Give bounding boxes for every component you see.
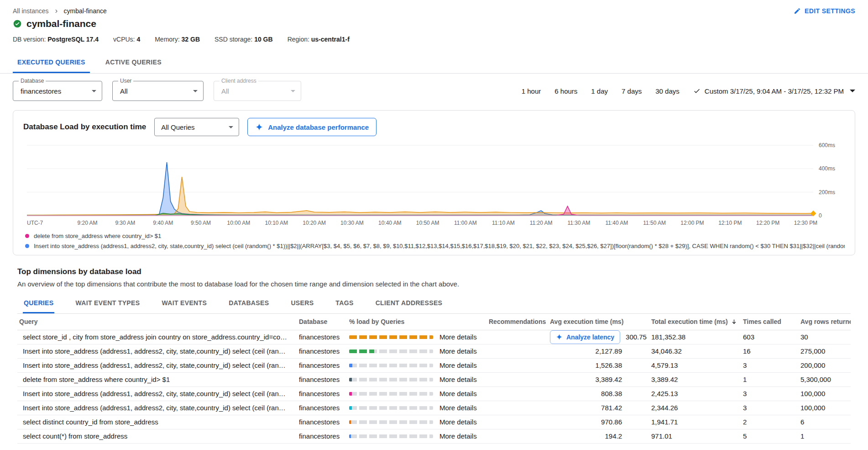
column-header[interactable]: Query: [17, 318, 299, 325]
load-cell: More details: [349, 390, 489, 397]
total-exec-cell: 3,389.42: [651, 376, 743, 383]
section-title: Top dimensions by database load: [17, 267, 851, 276]
filters-row: Database financestores User All Client a…: [0, 74, 868, 101]
query-cell[interactable]: select count(*) from store_address: [17, 432, 299, 440]
dim-tab-users[interactable]: USERS: [290, 294, 314, 313]
dim-tab-client-addresses[interactable]: CLIENT ADDRESSES: [375, 294, 444, 313]
query-cell[interactable]: select store_id , city from store_addres…: [17, 333, 299, 341]
svg-text:12:30 PM: 12:30 PM: [794, 220, 817, 226]
table-row: select count(*) from store_addressfinanc…: [17, 429, 851, 444]
top-dimensions-section: Top dimensions by database load An overv…: [0, 255, 868, 444]
query-cell[interactable]: delete from store_address where country_…: [17, 376, 299, 383]
custom-time-range[interactable]: Custom 3/17/25, 9:04 AM - 3/17/25, 12:32…: [693, 87, 855, 95]
time-preset[interactable]: 30 days: [655, 87, 680, 95]
breadcrumb-all-instances[interactable]: All instances: [13, 7, 49, 15]
svg-text:400ms: 400ms: [819, 165, 835, 172]
time-preset[interactable]: 6 hours: [554, 87, 577, 95]
avg-exec-cell: 781.42: [550, 404, 651, 412]
page-title: cymbal-finance: [26, 18, 96, 29]
query-cell[interactable]: Insert into store_address (address1, add…: [17, 347, 299, 355]
tab-executed-queries[interactable]: EXECUTED QUERIES: [13, 52, 90, 73]
edit-settings-button[interactable]: EDIT SETTINGS: [794, 7, 855, 15]
dim-tab-databases[interactable]: DATABASES: [228, 294, 270, 313]
avg-exec-cell: 808.38: [550, 390, 651, 397]
load-cell: More details: [349, 432, 489, 440]
times-called-cell: 3: [743, 361, 800, 369]
load-bar: [349, 420, 433, 424]
table-row: delete from store_address where country_…: [17, 373, 851, 387]
user-select[interactable]: User All: [112, 81, 204, 101]
more-details-link[interactable]: More details: [439, 333, 477, 341]
database-cell: financestores: [299, 333, 349, 341]
time-preset[interactable]: 1 hour: [522, 87, 541, 95]
load-bar: [349, 378, 433, 381]
column-header[interactable]: Avg execution time (ms): [550, 318, 651, 325]
time-preset[interactable]: 7 days: [622, 87, 642, 95]
load-cell: More details: [349, 347, 489, 355]
tab-active-queries[interactable]: ACTIVE QUERIES: [101, 52, 166, 73]
load-bar: [349, 364, 433, 367]
query-filter-select[interactable]: All Queries: [154, 118, 239, 136]
query-cell[interactable]: Insert into store_address (address1, add…: [17, 390, 299, 397]
table-body: select store_id , city from store_addres…: [17, 330, 851, 444]
analyze-latency-button[interactable]: Analyze latency: [550, 330, 620, 344]
column-header[interactable]: Recommendations: [489, 318, 550, 325]
query-cell[interactable]: Insert into store_address (address1, add…: [17, 361, 299, 369]
times-called-cell: 3: [743, 404, 800, 412]
load-bar: [349, 392, 433, 396]
column-header[interactable]: Total execution time (ms): [651, 318, 743, 325]
svg-text:200ms: 200ms: [819, 189, 835, 196]
query-cell[interactable]: select distinct country_id from store_ad…: [17, 418, 299, 426]
query-cell[interactable]: Insert into store_address (address1, add…: [17, 404, 299, 412]
dim-tab-queries[interactable]: QUERIES: [23, 294, 54, 313]
database-select[interactable]: Database financestores: [13, 81, 102, 101]
avg-exec-cell: 1,526.38: [550, 361, 651, 369]
load-cell: More details: [349, 404, 489, 412]
legend-label: delete from store_address where country_…: [34, 233, 161, 239]
more-details-link[interactable]: More details: [439, 361, 477, 369]
total-exec-cell: 4,579.13: [651, 361, 743, 369]
table-header-row: QueryDatabase% load by QueriesRecommenda…: [17, 314, 851, 330]
more-details-link[interactable]: More details: [439, 376, 477, 383]
time-preset[interactable]: 1 day: [591, 87, 608, 95]
table-row: Insert into store_address (address1, add…: [17, 359, 851, 373]
chart-legend: delete from store_address where country_…: [23, 233, 845, 249]
total-exec-cell: 2,344.26: [651, 404, 743, 412]
svg-text:9:20 AM: 9:20 AM: [78, 220, 98, 226]
legend-item[interactable]: delete from store_address where country_…: [25, 233, 845, 239]
more-details-link[interactable]: More details: [439, 432, 477, 440]
total-exec-cell: 1,941.71: [651, 418, 743, 426]
check-icon: [693, 87, 701, 95]
database-select-value: financestores: [21, 87, 84, 95]
dim-tab-wait-event-types[interactable]: WAIT EVENT TYPES: [74, 294, 141, 313]
meta-item: Region: us-central1-f: [288, 36, 350, 43]
svg-text:10:40 AM: 10:40 AM: [378, 220, 402, 226]
svg-text:12:20 PM: 12:20 PM: [756, 220, 779, 226]
column-header[interactable]: Times called: [743, 318, 800, 325]
svg-text:9:40 AM: 9:40 AM: [153, 220, 173, 226]
edit-settings-label: EDIT SETTINGS: [805, 7, 855, 15]
chevron-down-icon: [229, 126, 233, 128]
database-cell: financestores: [299, 418, 349, 426]
table-row: Insert into store_address (address1, add…: [17, 401, 851, 415]
svg-text:10:20 AM: 10:20 AM: [303, 220, 326, 226]
avg-exec-cell: 970.86: [550, 418, 651, 426]
chevron-right-icon: [53, 8, 59, 14]
analyze-database-performance-button[interactable]: Analyze database performance: [247, 118, 376, 136]
more-details-link[interactable]: More details: [439, 404, 477, 412]
dim-tab-wait-events[interactable]: WAIT EVENTS: [161, 294, 208, 313]
more-details-link[interactable]: More details: [439, 347, 477, 355]
column-header[interactable]: Database: [299, 318, 349, 325]
load-chart[interactable]: 600ms400ms200ms09:20 AM9:30 AM9:40 AM9:5…: [23, 142, 845, 231]
column-header[interactable]: % load by Queries: [349, 318, 489, 325]
more-details-link[interactable]: More details: [439, 390, 477, 397]
dim-tab-tags[interactable]: TAGS: [335, 294, 354, 313]
pencil-icon: [794, 7, 801, 15]
more-details-link[interactable]: More details: [439, 418, 477, 426]
avg-exec-cell: 194.2: [550, 432, 651, 440]
times-called-cell: 3: [743, 390, 800, 397]
svg-text:11:40 AM: 11:40 AM: [606, 220, 628, 226]
sort-desc-icon: [731, 318, 737, 325]
legend-item[interactable]: Insert into store_address (address1, add…: [25, 243, 845, 249]
column-header[interactable]: Avg rows returned: [800, 318, 851, 325]
